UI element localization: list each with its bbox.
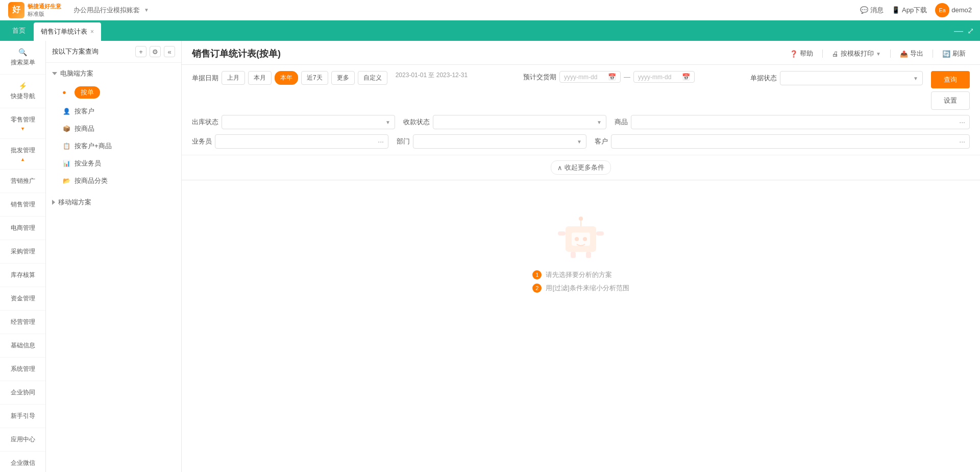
print-btn[interactable]: 🖨 按模板打印 ▼ <box>828 47 885 60</box>
app-download-icon: 📱 <box>892 6 900 14</box>
sidebar-item-system[interactable]: 系统管理 <box>0 358 45 381</box>
export-btn[interactable]: 📤 导出 <box>896 47 927 60</box>
svg-rect-9 <box>596 231 604 235</box>
help-btn[interactable]: ❓ 帮助 <box>786 47 817 60</box>
content-area: 按以下方案查询 + ⚙ « 电脑端方案 <box>46 41 980 472</box>
sidebar-item-marketing[interactable]: 营销推广 <box>0 170 45 193</box>
sidebar-item-sales-label: 销售管理 <box>11 200 35 209</box>
sidebar-item-corp-collab[interactable]: 企业协同 <box>0 381 45 405</box>
tab-close-icon[interactable]: × <box>90 28 94 35</box>
message-icon: 💬 <box>860 6 868 14</box>
customer-filter: 客户 ··· <box>595 134 970 149</box>
by-order-label: 按单 <box>81 88 94 97</box>
tab-home[interactable]: 首页 <box>4 20 34 41</box>
bill-status-select[interactable]: ▼ <box>780 71 923 85</box>
delivery-date-end-placeholder: yyyy-mm-dd <box>638 74 671 81</box>
scheme-item-by-product[interactable]: 📦 按商品 <box>46 120 181 137</box>
last7days-btn[interactable]: 近7天 <box>301 71 328 85</box>
sidebar-item-purchase-mgmt[interactable]: 采购管理 <box>0 240 45 264</box>
plus-icon: + <box>139 48 143 56</box>
quick-nav-icon: ⚡ <box>18 82 27 90</box>
custom-date-btn[interactable]: 自定义 <box>358 71 387 85</box>
help-label: 帮助 <box>800 49 813 58</box>
sidebar-item-marketing-label: 营销推广 <box>11 177 35 185</box>
delivery-status-select[interactable]: ▼ <box>222 115 395 129</box>
customer-select[interactable]: ··· <box>611 134 970 149</box>
salesperson-select[interactable]: ··· <box>215 134 388 149</box>
top-bar-right: 💬 消息 📱 App下载 Ea demo2 <box>860 3 972 17</box>
filter-area: 单据日期 上月 本月 本年 近7天 更多 自定义 2023-01-01 至 20… <box>182 65 980 180</box>
filter-row-3: 业务员 ··· 部门 ▼ 客户 <box>182 129 980 155</box>
message-btn[interactable]: 💬 消息 <box>860 6 884 15</box>
last-month-btn[interactable]: 上月 <box>222 71 245 85</box>
page-title-row: 销售订单统计表(按单) ❓ 帮助 🖨 按模板打印 ▼ <box>192 47 970 60</box>
tab-bar: 首页 销售订单统计表 × — ⤢ <box>0 20 980 41</box>
product-select[interactable]: ··· <box>631 115 970 129</box>
sidebar-item-inventory[interactable]: 库存核算 <box>0 264 45 287</box>
sidebar-item-wholesale-mgmt[interactable]: 批发管理 ▲ <box>0 139 45 170</box>
wholesale-arrow-icon: ▲ <box>20 157 25 162</box>
sidebar-item-quick-nav[interactable]: ⚡ 快捷导航 <box>0 75 45 108</box>
sidebar-item-operations[interactable]: 经营管理 <box>0 311 45 334</box>
delivery-status-filter: 出库状态 ▼ <box>192 115 395 129</box>
delivery-date-start[interactable]: yyyy-mm-dd 📅 <box>559 71 621 83</box>
breadcrumb: 办公用品行业模拟账套 ▼ <box>74 6 149 15</box>
sidebar-item-corp-wechat[interactable]: 企业微信 <box>0 452 45 472</box>
reset-button[interactable]: 设置 <box>931 91 970 110</box>
results-area: 1 请先选择要分析的方案 2 用[过滤]条件来缩小分析范围 <box>182 180 980 472</box>
product-filter: 商品 ··· <box>615 115 970 129</box>
logo-line2: 标准版 <box>28 10 61 17</box>
scheme-item-by-order[interactable]: ● 按单 <box>46 82 181 103</box>
sidebar-item-sales-mgmt[interactable]: 销售管理 <box>0 193 45 217</box>
sidebar-item-retail-mgmt[interactable]: 零售管理 ▼ <box>0 108 45 139</box>
salesperson-filter: 业务员 ··· <box>192 134 388 149</box>
this-month-btn[interactable]: 本月 <box>248 71 272 85</box>
settings-scheme-btn[interactable]: ⚙ <box>150 46 161 57</box>
query-btn-group: 查询 设置 <box>931 71 970 110</box>
tab-active[interactable]: 销售订单统计表 × <box>34 22 101 41</box>
scheme-item-by-sales[interactable]: 📊 按业务员 <box>46 155 181 172</box>
sidebar-item-corp-label: 企业协同 <box>11 388 35 397</box>
hint-num-2: 2 <box>532 284 542 293</box>
svg-rect-8 <box>558 231 566 235</box>
sidebar-item-app-center[interactable]: 应用中心 <box>0 428 45 452</box>
pc-section-header[interactable]: 电脑端方案 <box>46 65 181 82</box>
bill-status-label: 单据状态 <box>750 74 777 83</box>
sidebar-item-wholesale-label: 批发管理 <box>11 146 35 155</box>
tab-maximize-icon[interactable]: ⤢ <box>967 26 974 36</box>
user-area[interactable]: Ea demo2 <box>935 3 972 17</box>
more-date-btn[interactable]: 更多 <box>331 71 355 85</box>
sidebar-item-search-menu[interactable]: 🔍 搜索菜单 <box>0 41 45 75</box>
left-panel: 按以下方案查询 + ⚙ « 电脑端方案 <box>46 41 182 472</box>
collapse-panel-btn[interactable]: « <box>164 46 175 57</box>
sidebar-item-finance[interactable]: 资金管理 <box>0 287 45 311</box>
breadcrumb-arrow-icon[interactable]: ▼ <box>144 7 149 13</box>
sidebar-item-ecommerce[interactable]: 电商管理 <box>0 217 45 240</box>
empty-hints: 1 请先选择要分析的方案 2 用[过滤]条件来缩小分析范围 <box>532 270 629 293</box>
scheme-item-by-category[interactable]: 📂 按商品分类 <box>46 172 181 190</box>
username: demo2 <box>951 6 972 14</box>
add-scheme-btn[interactable]: + <box>135 46 146 57</box>
current-year-btn[interactable]: 本年 <box>275 71 298 85</box>
scheme-item-by-customer[interactable]: 👤 按客户 <box>46 103 181 120</box>
refresh-btn[interactable]: 🔄 刷新 <box>938 47 970 60</box>
delivery-date-end[interactable]: yyyy-mm-dd 📅 <box>633 71 695 83</box>
by-sales-label: 按业务员 <box>75 159 101 168</box>
department-label: 部门 <box>397 137 410 146</box>
bill-date-filter: 单据日期 上月 本月 本年 近7天 更多 自定义 <box>192 71 387 85</box>
delivery-status-label: 出库状态 <box>192 117 218 127</box>
sidebar-item-new-guide[interactable]: 新手引导 <box>0 405 45 428</box>
avatar: Ea <box>935 3 949 17</box>
collapse-btn[interactable]: ∧ 收起更多条件 <box>551 160 611 175</box>
logo-line1: 畅捷通好生意 <box>28 3 61 10</box>
action-divider-2 <box>890 50 891 58</box>
top-bar: 好 畅捷通好生意 标准版 办公用品行业模拟账套 ▼ 💬 消息 📱 App下载 E… <box>0 0 980 20</box>
sidebar-item-basic-info[interactable]: 基础信息 <box>0 334 45 358</box>
payment-status-select[interactable]: ▼ <box>433 115 606 129</box>
scheme-item-by-cust-prod[interactable]: 📋 按客户+商品 <box>46 137 181 155</box>
department-select[interactable]: ▼ <box>413 134 586 149</box>
tab-minimize-icon[interactable]: — <box>954 26 963 36</box>
mobile-section-header[interactable]: 移动端方案 <box>46 194 181 211</box>
query-button[interactable]: 查询 <box>931 71 970 88</box>
app-download-btn[interactable]: 📱 App下载 <box>892 6 927 15</box>
